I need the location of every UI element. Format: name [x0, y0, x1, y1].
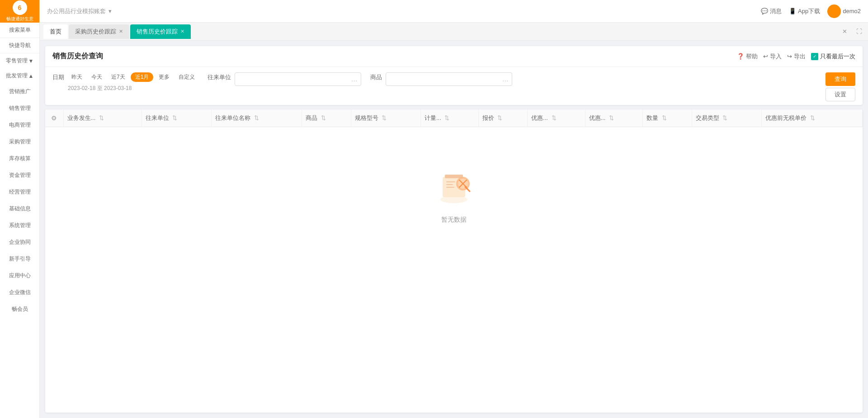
sidebar-item-guide[interactable]: 新手引导	[0, 251, 40, 267]
user-profile[interactable]: demo2	[827, 5, 861, 18]
sidebar-item-basic[interactable]: 基础信息	[0, 200, 40, 217]
sidebar-item-marketing[interactable]: 营销推广	[0, 83, 40, 100]
date-opt-1month[interactable]: 近1月	[131, 72, 154, 82]
th-spec[interactable]: 规格型号 ⇅	[351, 109, 420, 127]
app-download-button[interactable]: 📱 App下载	[789, 7, 820, 15]
sidebar-item-wholesale[interactable]: 批发管理 ▲	[0, 68, 39, 83]
empty-illustration	[431, 163, 476, 209]
goods-input[interactable]: ...	[386, 72, 512, 86]
sidebar-retail-label: 零售管理	[6, 57, 28, 65]
sidebar-appstore-label: 应用中心	[9, 272, 31, 280]
checkbox-icon: ✓	[811, 53, 818, 60]
sidebar-item-appstore[interactable]: 应用中心	[0, 267, 40, 284]
sidebar-item-ecommerce[interactable]: 电商管理	[0, 117, 40, 133]
date-opt-more[interactable]: 更多	[155, 72, 173, 82]
th-discount1[interactable]: 优惠... ⇅	[528, 109, 585, 127]
partner-filter-label: 往来单位	[208, 72, 231, 81]
app-label: App下载	[798, 7, 820, 15]
th-partner-name-label: 往来单位名称	[215, 114, 250, 121]
tab-sales-close-icon[interactable]: ✕	[180, 28, 184, 34]
sidebar-item-system[interactable]: 系统管理	[0, 217, 40, 234]
logo-text: 畅捷通好生意	[6, 16, 33, 22]
query-button[interactable]: 查询	[826, 72, 855, 86]
chevron-up-icon: ▲	[28, 73, 34, 79]
sidebar-item-operation[interactable]: 经营管理	[0, 184, 40, 200]
import-button[interactable]: ↩ 导入	[763, 52, 782, 61]
export-button[interactable]: ↪ 导出	[787, 52, 806, 61]
dropdown-label[interactable]: 办公用品行业模拟账套	[47, 7, 106, 15]
sidebar-quick-nav[interactable]: 快捷导航	[0, 38, 39, 53]
export-icon: ↪	[787, 53, 792, 60]
th-spec-label: 规格型号	[355, 114, 378, 121]
close-window-button[interactable]: ✕	[839, 26, 850, 37]
tab-home-label: 首页	[50, 28, 61, 36]
logo-abbr: 6	[18, 4, 22, 11]
only-last-checkbox-label[interactable]: ✓ 只看最后一次	[811, 52, 855, 61]
th-qty[interactable]: 数量 ⇅	[643, 109, 692, 127]
filter-buttons: 查询 设置	[826, 72, 855, 101]
sidebar-item-purchase[interactable]: 采购管理	[0, 133, 40, 150]
topbar: 办公用品行业模拟账套 ▾ 💬 消息 📱 App下载 demo2	[40, 0, 868, 23]
sort-icon-discount1: ⇅	[552, 114, 557, 121]
tab-purchase-close-icon[interactable]: ✕	[119, 28, 123, 34]
date-filter-content: 昨天 今天 近7天 近1月 更多 自定义 2023-02-18 至 2023-0…	[68, 72, 198, 92]
sidebar-member-label: 畅会员	[12, 305, 28, 313]
data-table: ⚙ 业务发生... ⇅ 往来单位 ⇅ 往来单位名称	[45, 109, 863, 127]
th-biz-date[interactable]: 业务发生... ⇅	[63, 109, 142, 127]
th-price[interactable]: 报价 ⇅	[478, 109, 528, 127]
th-discount1-label: 优惠...	[531, 114, 548, 121]
sidebar-item-inventory[interactable]: 库存核算	[0, 150, 40, 167]
svg-rect-9	[446, 187, 454, 188]
main-content: 办公用品行业模拟账套 ▾ 💬 消息 📱 App下载 demo2 首页 采购历史价…	[40, 0, 868, 418]
chevron-down-icon: ▼	[28, 58, 34, 64]
th-goods[interactable]: 商品 ⇅	[302, 109, 351, 127]
th-partner-name[interactable]: 往来单位名称 ⇅	[212, 109, 302, 127]
sidebar-item-finance[interactable]: 资金管理	[0, 167, 40, 184]
maximize-button[interactable]: ⛶	[854, 26, 864, 37]
gear-icon[interactable]: ⚙	[51, 114, 57, 122]
sidebar-item-member[interactable]: 畅会员	[0, 301, 40, 318]
date-opt-yesterday[interactable]: 昨天	[68, 72, 86, 82]
th-biz-date-label: 业务发生...	[67, 114, 96, 121]
th-no-tax-price[interactable]: 优惠前无税单价 ⇅	[761, 109, 862, 127]
page-header: 销售历史价查询 ❓ 帮助 ↩ 导入 ↪ 导出 ✓	[45, 46, 863, 67]
sort-icon-partner-code: ⇅	[172, 114, 177, 121]
th-settings: ⚙	[45, 109, 63, 127]
th-partner-code[interactable]: 往来单位 ⇅	[142, 109, 211, 127]
sidebar-search[interactable]: 搜索菜单	[0, 23, 39, 38]
date-opt-7days[interactable]: 近7天	[108, 72, 129, 82]
message-button[interactable]: 💬 消息	[761, 7, 782, 15]
partner-input[interactable]: ...	[235, 72, 361, 86]
settings-button[interactable]: 设置	[826, 88, 855, 101]
sidebar-inventory-label: 库存核算	[9, 155, 31, 162]
sidebar-logo[interactable]: 6 畅捷通好生意	[0, 0, 39, 23]
th-trade-type-label: 交易类型	[696, 114, 719, 121]
tab-home[interactable]: 首页	[43, 24, 68, 39]
sort-icon-discount2: ⇅	[609, 114, 614, 121]
th-goods-label: 商品	[306, 114, 317, 121]
topbar-actions: 💬 消息 📱 App下载 demo2	[761, 5, 861, 18]
th-trade-type[interactable]: 交易类型 ⇅	[692, 109, 761, 127]
sidebar-item-cooperation[interactable]: 企业协同	[0, 234, 40, 251]
filter-area: 日期 昨天 今天 近7天 近1月 更多 自定义 2023-02-18 至 202…	[45, 67, 863, 105]
only-last-label: 只看最后一次	[820, 52, 855, 61]
th-discount2[interactable]: 优惠... ⇅	[585, 109, 643, 127]
th-unit[interactable]: 计量... ⇅	[420, 109, 478, 127]
sidebar-item-sales-mgmt[interactable]: 销售管理	[0, 100, 40, 117]
tabbar: 首页 采购历史价跟踪 ✕ 销售历史价跟踪 ✕ ✕ ⛶	[40, 23, 868, 41]
sidebar-item-wechat[interactable]: 企业微信	[0, 284, 40, 301]
tab-purchase[interactable]: 采购历史价跟踪 ✕	[69, 24, 129, 39]
date-opt-today[interactable]: 今天	[88, 72, 106, 82]
page-title: 销售历史价查询	[52, 52, 103, 61]
sort-icon-partner-name: ⇅	[254, 114, 259, 121]
dropdown-arrow-icon[interactable]: ▾	[108, 8, 112, 14]
page-header-actions: ❓ 帮助 ↩ 导入 ↪ 导出 ✓ 只看最后一次	[737, 52, 855, 61]
date-opt-custom[interactable]: 自定义	[175, 72, 198, 82]
tab-sales[interactable]: 销售历史价跟踪 ✕	[130, 24, 191, 39]
help-icon: ❓	[737, 53, 744, 60]
sidebar-sales-label: 销售管理	[9, 104, 31, 112]
th-qty-label: 数量	[646, 114, 658, 121]
username: demo2	[843, 8, 861, 14]
help-button[interactable]: ❓ 帮助	[737, 52, 758, 61]
sidebar-item-retail[interactable]: 零售管理 ▼	[0, 53, 39, 68]
